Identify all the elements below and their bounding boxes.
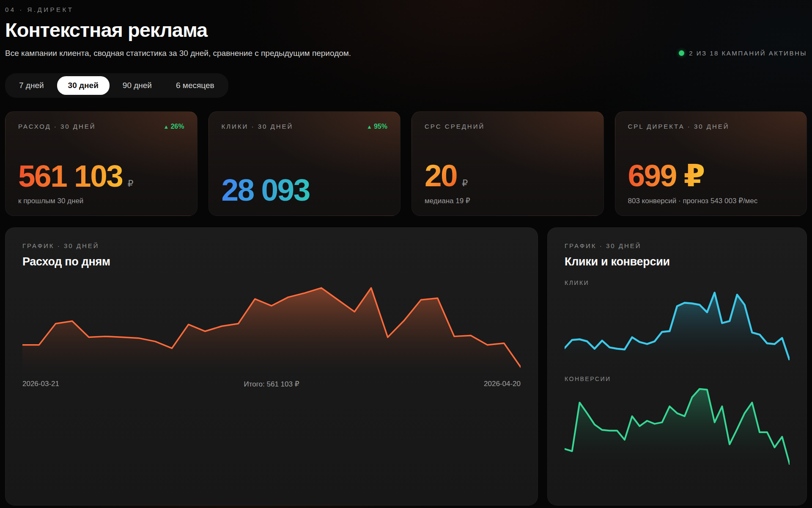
tab-30-days[interactable]: 30 дней xyxy=(57,76,110,95)
clicks-panel-label: ГРАФИК · 30 ДНЕЙ xyxy=(565,242,790,249)
status-dot-icon xyxy=(679,50,684,56)
conversions-series-label: КОНВЕРСИИ xyxy=(565,375,790,382)
period-tabs: 7 дней 30 дней 90 дней 6 месяцев xyxy=(5,73,228,98)
header-row: Все кампании клиента, сводная статистика… xyxy=(5,49,807,58)
axis-start-date: 2026-03-21 xyxy=(22,380,59,389)
card-spend-subtext: к прошлым 30 дней xyxy=(18,197,184,205)
card-cpl: CPL ДИРЕКТА · 30 ДНЕЙ 699 ₽ 803 конверси… xyxy=(615,111,807,216)
axis-end-date: 2026-04-20 xyxy=(484,380,521,389)
breadcrumb: 04 · Я.ДИРЕКТ xyxy=(5,6,807,13)
card-spend: РАСХОД · 30 ДНЕЙ ▲26% 561 103 ₽ к прошлы… xyxy=(5,111,198,216)
arrow-up-icon: ▲ xyxy=(164,124,169,130)
card-spend-delta-value: 26% xyxy=(170,123,184,130)
clicks-panel-title: Клики и конверсии xyxy=(565,255,790,268)
charts-row: ГРАФИК · 30 ДНЕЙ Расход по дням 2026-03-… xyxy=(5,227,807,505)
spend-area-chart xyxy=(22,286,521,373)
tab-6-months[interactable]: 6 месяцев xyxy=(165,76,225,95)
card-spend-currency: ₽ xyxy=(127,178,133,189)
card-cpc-label: CPC СРЕДНИЙ xyxy=(425,123,485,130)
card-cpl-value: 699 ₽ xyxy=(628,160,704,191)
spend-panel-label: ГРАФИК · 30 ДНЕЙ xyxy=(22,242,521,249)
tab-7-days[interactable]: 7 дней xyxy=(8,76,55,95)
spend-chart-panel: ГРАФИК · 30 ДНЕЙ Расход по дням 2026-03-… xyxy=(5,227,538,505)
axis-total-annotation: Итого: 561 103 ₽ xyxy=(244,380,299,389)
spend-axis-row: 2026-03-21 Итого: 561 103 ₽ 2026-04-20 xyxy=(22,380,521,389)
status-label: 2 ИЗ 18 КАМПАНИЙ АКТИВНЫ xyxy=(689,50,807,57)
card-clicks: КЛИКИ · 30 ДНЕЙ ▲95% 28 093 xyxy=(208,111,401,216)
card-cpl-label: CPL ДИРЕКТА · 30 ДНЕЙ xyxy=(628,123,730,130)
clicks-area-chart xyxy=(565,291,790,360)
card-cpc-value: 20 xyxy=(425,160,457,191)
card-clicks-delta-value: 95% xyxy=(374,123,387,130)
card-clicks-label: КЛИКИ · 30 ДНЕЙ xyxy=(222,123,294,130)
page-subtitle: Все кампании клиента, сводная статистика… xyxy=(5,49,679,58)
stat-cards-row: РАСХОД · 30 ДНЕЙ ▲26% 561 103 ₽ к прошлы… xyxy=(5,111,807,216)
clicks-series-label: КЛИКИ xyxy=(565,279,790,286)
card-spend-value: 561 103 xyxy=(18,160,122,191)
tab-90-days[interactable]: 90 дней xyxy=(112,76,163,95)
card-clicks-value: 28 093 xyxy=(222,174,310,205)
card-spend-delta-badge: ▲26% xyxy=(164,123,184,130)
dashboard-page: 04 · Я.ДИРЕКТ Контекстная реклама Все ка… xyxy=(0,0,812,508)
page-title: Контекстная реклама xyxy=(5,19,807,41)
card-cpc-subtext: медиана 19 ₽ xyxy=(425,196,591,205)
card-cpl-subtext: 803 конверсий · прогноз 543 003 ₽/мес xyxy=(628,196,794,205)
status-badge: 2 ИЗ 18 КАМПАНИЙ АКТИВНЫ xyxy=(679,50,807,57)
arrow-up-icon: ▲ xyxy=(367,124,372,130)
card-cpc-currency: ₽ xyxy=(462,178,468,189)
card-clicks-delta-badge: ▲95% xyxy=(367,123,387,130)
conversions-area-chart xyxy=(565,387,790,465)
card-spend-label: РАСХОД · 30 ДНЕЙ xyxy=(18,123,96,130)
spend-panel-title: Расход по дням xyxy=(22,255,521,268)
clicks-conversions-panel: ГРАФИК · 30 ДНЕЙ Клики и конверсии КЛИКИ… xyxy=(547,227,807,505)
card-cpc: CPC СРЕДНИЙ 20 ₽ медиана 19 ₽ xyxy=(411,111,604,216)
